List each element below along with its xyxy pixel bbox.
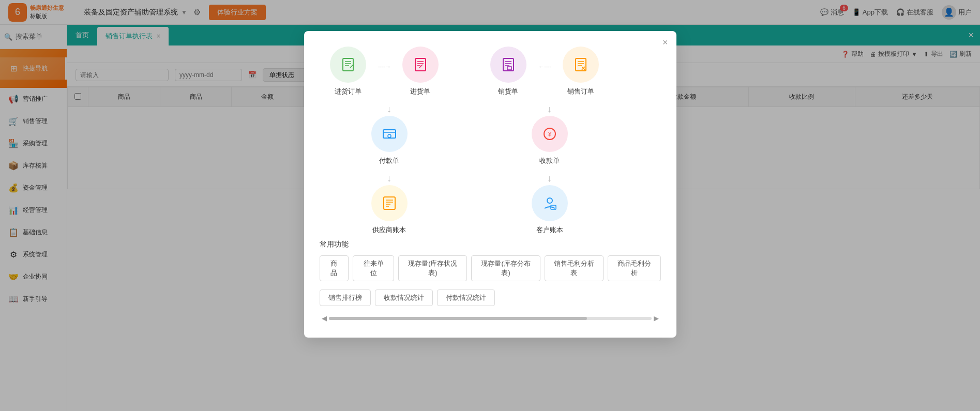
shoukuan-col: ↓ ¥ 收款单 [532, 104, 568, 165]
flow-item-xiaohuo-dan[interactable]: 销货单 [490, 47, 526, 96]
svg-rect-22 [384, 197, 395, 209]
arrow-down-shoukuan: ↓ [547, 104, 552, 114]
scroll-thumb[interactable] [329, 317, 587, 320]
main-area: 🔍 搜索菜单 ⊞ 快捷导航 📢 营销推广 🛒 销售管理 🏪 采购管 [0, 25, 980, 411]
modal-scrollbar[interactable]: ◀ ▶ [320, 314, 661, 322]
svg-rect-17 [383, 130, 396, 138]
kehu-icon [532, 185, 568, 221]
jinghuo-dingdan-label: 进货订单 [335, 87, 361, 96]
flow-row-2: ↓ 付款单 [320, 104, 661, 165]
gongyingshang-icon [371, 185, 408, 221]
gongyingshang-label: 供应商账本 [372, 225, 406, 235]
scroll-right-arrow[interactable]: ▶ [652, 314, 661, 322]
xiaohuo-dan-icon [490, 47, 526, 83]
shoukuan-dan-icon: ¥ [532, 116, 568, 152]
svg-rect-0 [343, 58, 353, 71]
arrow-jinghuodingdan-to-jinghuodan: - - - - → [366, 63, 402, 70]
flow-section: 进货订单 - - - - → 进货单 [320, 47, 661, 235]
scroll-track [329, 317, 652, 320]
func-buttons: 商品往来单位现存量(库存状况表)现存量(库存分布表)销售毛利分析表商品毛利分析销… [320, 255, 661, 306]
svg-point-27 [547, 198, 552, 203]
flow-row-3: ↓ 供应商账本 [320, 174, 661, 235]
svg-point-19 [388, 134, 391, 138]
modal: × 进货订单 [304, 31, 676, 338]
arrow-down-gongyingshang: ↓ [387, 174, 391, 183]
flow-item-shoukuan-dan[interactable]: ¥ 收款单 [532, 116, 568, 165]
gongyingshang-col: ↓ 供应商账本 [371, 174, 408, 235]
common-functions-title: 常用功能 [320, 240, 661, 249]
arrow-down-fukuan: ↓ [387, 104, 391, 114]
modal-overlay[interactable]: × 进货订单 [67, 25, 980, 411]
func-btn-付款情况统计[interactable]: 付款情况统计 [437, 290, 495, 306]
common-functions: 常用功能 商品往来单位现存量(库存状况表)现存量(库存分布表)销售毛利分析表商品… [320, 240, 661, 306]
shoukuan-dan-label: 收款单 [539, 156, 560, 165]
fukuan-dan-label: 付款单 [379, 156, 399, 165]
kehu-col: ↓ 客户账本 [532, 174, 568, 235]
jinghuo-dan-icon [402, 47, 439, 83]
func-btn-销售排行榜[interactable]: 销售排行榜 [320, 290, 371, 306]
scroll-left-arrow[interactable]: ◀ [320, 314, 329, 322]
arrow-down-kehu: ↓ [547, 174, 552, 183]
svg-rect-12 [507, 67, 511, 70]
func-btn-商品毛利分析[interactable]: 商品毛利分析 [608, 255, 661, 281]
fukuan-dan-icon [371, 116, 408, 152]
func-btn-商品[interactable]: 商品 [320, 255, 349, 281]
flow-item-kehu[interactable]: 客户账本 [532, 185, 568, 235]
func-btn-收款情况统计[interactable]: 收款情况统计 [375, 290, 433, 306]
xiaohuo-dan-label: 销货单 [498, 87, 518, 96]
flow-item-jinghuo-dan[interactable]: 进货单 [402, 47, 439, 96]
arrow-xiaohuodingdan-to-xiaohuodan: ← - - - - [526, 63, 563, 70]
app-container: 6 畅康通好生意 标版版 装备及固定资产辅助管理系统 ▼ ⚙ 体验行业方案 💬 … [0, 0, 980, 411]
jinghuo-dan-label: 进货单 [410, 87, 430, 96]
xiaohuo-dingdan-label: 销售订单 [567, 87, 594, 96]
svg-rect-8 [503, 58, 514, 71]
kehu-label: 客户账本 [536, 225, 563, 235]
func-btn-现存量(库存状况表)[interactable]: 现存量(库存状况表) [398, 255, 467, 281]
flow-item-gongyingshang[interactable]: 供应商账本 [371, 185, 408, 235]
flow-item-fukuan-dan[interactable]: 付款单 [371, 116, 408, 165]
func-btn-往来单位[interactable]: 往来单位 [353, 255, 394, 281]
flow-row-1: 进货订单 - - - - → 进货单 [320, 47, 661, 96]
fukuan-col: ↓ 付款单 [371, 104, 408, 165]
flow-item-xiaohuo-dingdan[interactable]: 销售订单 [563, 47, 599, 96]
jinghuo-dingdan-icon [330, 47, 366, 83]
func-btn-现存量(库存分布表)[interactable]: 现存量(库存分布表) [471, 255, 540, 281]
modal-close-btn[interactable]: × [662, 37, 668, 48]
func-btn-销售毛利分析表[interactable]: 销售毛利分析表 [545, 255, 604, 281]
content-area: 首页 销售订单执行表 × × ❓ 帮助 [67, 25, 980, 411]
svg-rect-4 [415, 58, 426, 71]
flow-item-jinghuo-dingdan[interactable]: 进货订单 [330, 47, 366, 96]
svg-text:¥: ¥ [547, 131, 551, 138]
xiaohuo-dingdan-icon [563, 47, 599, 83]
